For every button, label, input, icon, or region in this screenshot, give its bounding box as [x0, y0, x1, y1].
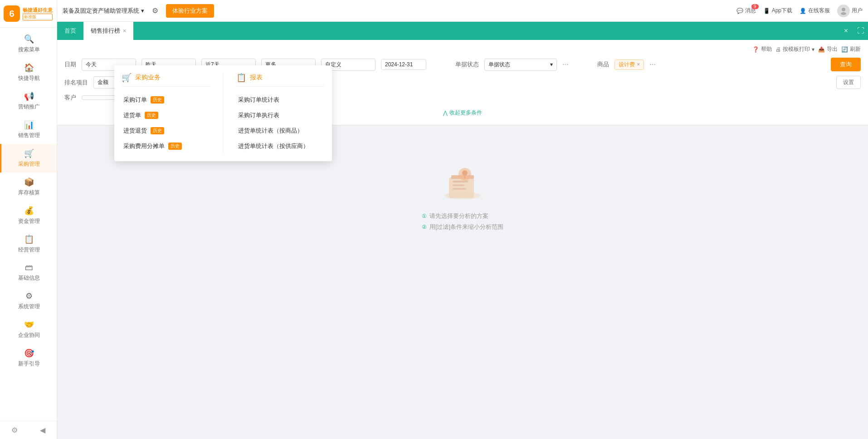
industry-btn[interactable]: 体验行业方案 [166, 4, 214, 18]
print-btn[interactable]: 🖨 按模板打印 ▾ [775, 45, 814, 53]
empty-illustration [435, 162, 490, 208]
sidebar-item-guide[interactable]: 🎯 新手引导 [0, 344, 57, 372]
svg-rect-3 [449, 178, 474, 198]
date-label: 日期 [64, 60, 76, 69]
purchase-section-title: 🛒 采购业务 [122, 73, 210, 87]
logo-text: 畅捷通好生意 标准版 [23, 7, 53, 20]
menu-item-purchase-order-exec[interactable]: 采购订单执行表 [236, 108, 325, 123]
app-download-btn[interactable]: 📱 App下载 [763, 7, 792, 15]
menu-item-purchase-cost[interactable]: 采购费用分摊单 历史 [122, 138, 210, 154]
menu-item-goods-stat[interactable]: 进货单统计表（按商品） [236, 123, 325, 138]
menu-item-purchase-return[interactable]: 进货退货 历史 [122, 123, 210, 138]
tab-close-all-btn[interactable]: × [839, 27, 853, 35]
enterprise-icon: 🤝 [24, 320, 34, 330]
menu-item-purchase-goods[interactable]: 进货单 历史 [122, 108, 210, 123]
sidebar-item-system[interactable]: ⚙ 系统管理 [0, 286, 57, 315]
chevron-down-icon: ▾ [550, 61, 553, 68]
svg-rect-5 [453, 181, 468, 183]
svg-point-1 [841, 12, 846, 15]
online-service-btn[interactable]: 👤 在线客服 [800, 7, 830, 15]
sales-icon: 📊 [24, 120, 34, 130]
topbar-settings-btn[interactable]: ⚙ [149, 5, 161, 17]
help-circle-icon: ❓ [752, 46, 759, 53]
sidebar-item-basic-info[interactable]: 🗃 基础信息 [0, 258, 57, 286]
purchase-menu-section: 🛒 采购业务 采购订单 历史 进货单 历史 进货退货 历史 [122, 73, 210, 154]
date-value-input[interactable]: 2024-12-31 [381, 59, 426, 70]
export-btn[interactable]: 📤 导出 [818, 45, 838, 53]
svg-rect-6 [453, 184, 464, 186]
main-area: 装备及固定资产辅助管理系统 ▾ ⚙ 体验行业方案 💬 消息 9 📱 App下载 … [57, 0, 868, 439]
basic-info-icon: 🗃 [25, 263, 33, 272]
filter-toolbar: ❓ 帮助 🖨 按模板打印 ▾ 📤 导出 🔄 刷新 [64, 45, 861, 53]
report-section-icon: 📋 [236, 73, 246, 83]
topbar-right: 💬 消息 9 📱 App下载 👤 在线客服 用户 [736, 5, 863, 17]
marketing-icon: 📢 [24, 91, 34, 101]
print-dropdown-icon: ▾ [812, 46, 814, 53]
help-btn[interactable]: ❓ 帮助 [752, 45, 772, 53]
service-icon: 👤 [800, 8, 806, 14]
finance-icon: 💰 [24, 206, 34, 216]
sidebar: 6 畅捷通好生意 标准版 🔍 搜索菜单 🏠 快捷导航 📢 营销推广 📊 [0, 0, 57, 439]
sidebar-item-inventory[interactable]: 📦 库存核算 [0, 173, 57, 201]
svg-rect-7 [453, 188, 466, 190]
topbar-title: 装备及固定资产辅助管理系统 [63, 7, 139, 15]
goods-label: 商品 [597, 60, 609, 69]
empty-tip1: 请先选择要分析的方案 [429, 212, 488, 220]
query-btn[interactable]: 查询 [831, 58, 861, 71]
sidebar-nav: 🔍 搜索菜单 🏠 快捷导航 📢 营销推广 📊 销售管理 🛒 采购管理 📦 [0, 28, 57, 421]
doc-status-dots[interactable]: ··· [562, 60, 568, 69]
settings-btn[interactable]: 设置 [836, 76, 861, 89]
message-icon: 💬 [736, 8, 743, 14]
inventory-icon: 📦 [24, 177, 34, 187]
sidebar-item-quick-nav[interactable]: 🏠 快捷导航 [0, 58, 57, 87]
topbar: 装备及固定资产辅助管理系统 ▾ ⚙ 体验行业方案 💬 消息 9 📱 App下载 … [57, 0, 868, 22]
sidebar-item-enterprise[interactable]: 🤝 企业协同 [0, 315, 57, 344]
goods-dots[interactable]: ··· [649, 60, 655, 69]
system-title-dropdown[interactable]: 装备及固定资产辅助管理系统 ▾ [63, 7, 144, 15]
svg-point-0 [842, 8, 845, 11]
purchase-icon: 🛒 [24, 148, 34, 158]
refresh-btn[interactable]: 🔄 刷新 [841, 45, 861, 53]
collapse-up-icon: ⋀ [443, 110, 448, 116]
system-icon: ⚙ [25, 291, 33, 301]
customer-label: 客户 [64, 94, 76, 102]
tab-close-btn[interactable]: × [123, 28, 126, 34]
menu-item-supplier-stat[interactable]: 进货单统计表（按供应商） [236, 138, 325, 154]
sidebar-collapse-btn[interactable]: ◀ [40, 426, 45, 434]
sidebar-item-purchase[interactable]: 🛒 采购管理 [0, 144, 57, 173]
sidebar-item-sales[interactable]: 📊 销售管理 [0, 115, 57, 144]
export-icon: 📤 [818, 46, 825, 53]
menu-divider [223, 73, 224, 154]
refresh-icon: 🔄 [841, 46, 848, 53]
rank-label: 排名项目 [64, 79, 88, 87]
sidebar-settings-btn[interactable]: ⚙ [11, 426, 18, 434]
user-menu[interactable]: 用户 [837, 5, 863, 17]
tab-home[interactable]: 首页 [57, 22, 83, 40]
goods-tag-close-btn[interactable]: × [637, 61, 640, 68]
tab-sales-rank[interactable]: 销售排行榜 × [83, 22, 133, 40]
tab-expand-btn[interactable]: ⛶ [853, 27, 868, 35]
print-icon: 🖨 [775, 46, 781, 53]
empty-tip2: 用[过滤]条件来缩小分析范围 [429, 223, 503, 231]
dropdown-arrow-icon: ▾ [141, 7, 144, 14]
doc-status-select[interactable]: 单据状态 ▾ [484, 59, 557, 71]
menu-item-purchase-order-stat[interactable]: 采购订单统计表 [236, 92, 325, 108]
purchase-section-icon: 🛒 [122, 73, 132, 83]
report-section-title: 📋 报表 [236, 73, 325, 87]
home-icon: 🏠 [24, 63, 34, 73]
tab-bar: 首页 销售排行榜 × × ⛶ [57, 22, 868, 40]
sidebar-item-operation[interactable]: 📋 经营管理 [0, 230, 57, 258]
user-label: 用户 [852, 7, 863, 15]
user-avatar [837, 5, 850, 17]
message-btn[interactable]: 💬 消息 9 [736, 7, 756, 15]
guide-icon: 🎯 [24, 348, 34, 358]
sidebar-item-search[interactable]: 🔍 搜索菜单 [0, 30, 57, 58]
report-menu-section: 📋 报表 采购订单统计表 采购订单执行表 进货单统计表（按商品） 进货单统计表（… [236, 73, 325, 154]
sidebar-item-marketing[interactable]: 📢 营销推广 [0, 87, 57, 115]
phone-icon: 📱 [763, 8, 770, 14]
menu-item-purchase-order[interactable]: 采购订单 历史 [122, 92, 210, 108]
sidebar-item-finance[interactable]: 💰 资金管理 [0, 201, 57, 230]
sidebar-bottom: ⚙ ◀ [0, 421, 57, 439]
search-nav-icon: 🔍 [24, 34, 34, 44]
logo-icon: 6 [4, 5, 20, 22]
